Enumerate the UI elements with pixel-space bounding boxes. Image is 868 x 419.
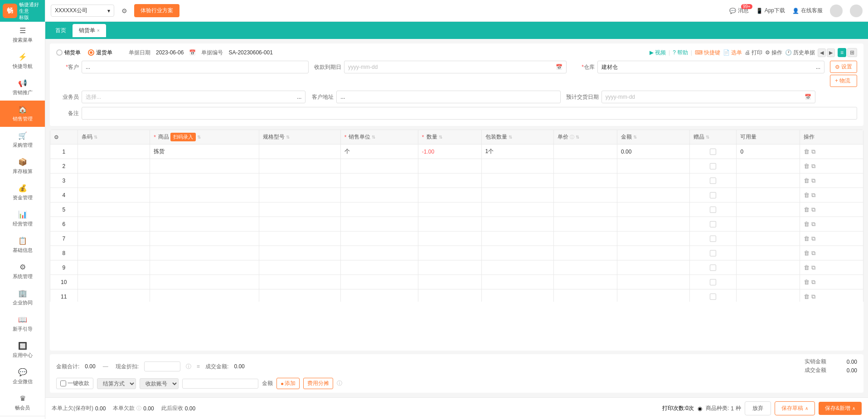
row-barcode-1[interactable]	[78, 144, 150, 159]
delete-icon[interactable]: 🗑	[804, 206, 810, 213]
sidebar-item-guide[interactable]: 📖 新手引导	[0, 311, 45, 337]
th-settings[interactable]: ⚙	[50, 130, 78, 144]
fee-split-btn[interactable]: 费用分摊	[303, 378, 333, 389]
online-support-btn[interactable]: 👤 在线客服	[792, 7, 823, 14]
row-qty-1[interactable]: -1.00	[418, 144, 481, 159]
sidebar-item-inventory[interactable]: 📦 库存核算	[0, 153, 45, 179]
history-btn[interactable]: 🕐 历史单据	[785, 49, 815, 57]
company-selector[interactable]: XXXXXX公司 ▾	[51, 5, 114, 17]
trial-button[interactable]: 体验行业方案	[134, 4, 179, 17]
sidebar-item-member[interactable]: ♛ 畅会员	[0, 390, 45, 416]
sidebar-settings-btn[interactable]: ⚙ 设置	[0, 416, 45, 419]
copy-icon[interactable]: ⧉	[811, 221, 815, 228]
remark-input[interactable]	[82, 107, 857, 120]
customer-addr-input[interactable]: ...	[336, 91, 560, 103]
sidebar-item-app-center[interactable]: 🔲 应用中心	[0, 337, 45, 363]
amount-field[interactable]	[182, 379, 258, 389]
one-click-payment-btn[interactable]: 一键收款	[56, 378, 93, 389]
discount-help-icon[interactable]: ⓘ	[186, 363, 191, 371]
settings-btn[interactable]: ⚙ 设置	[830, 61, 857, 73]
copy-icon[interactable]: ⧉	[811, 177, 815, 184]
delete-icon-1[interactable]: 🗑	[804, 148, 810, 155]
warehouse-input[interactable]: 建材仓 ...	[597, 61, 824, 73]
th-goods[interactable]: *商品 扫码录入 ⇅	[150, 130, 259, 144]
th-barcode[interactable]: 条码⇅	[78, 130, 150, 144]
sidebar-item-system[interactable]: ⚙ 系统管理	[0, 258, 45, 284]
th-unit[interactable]: *销售单位⇅	[340, 130, 418, 144]
delete-icon[interactable]: 🗑	[804, 235, 810, 242]
row-pack-1[interactable]: 1个	[481, 144, 554, 159]
copy-icon[interactable]: ⧉	[811, 235, 815, 242]
delete-icon[interactable]: 🗑	[804, 221, 810, 228]
copy-icon[interactable]: ⧉	[811, 250, 815, 257]
discount-input[interactable]	[144, 361, 180, 371]
delivery-date-calendar-icon[interactable]: 📅	[805, 94, 811, 100]
sidebar-item-search[interactable]: ☰ 搜索菜单	[0, 22, 45, 48]
row-price-1[interactable]	[554, 144, 617, 159]
payment-method-select[interactable]: 结算方式	[97, 378, 136, 389]
select-btn[interactable]: 📄 选单	[723, 49, 742, 57]
topbar-gear-btn[interactable]: ⚙	[118, 5, 131, 17]
sidebar-item-finance[interactable]: 💰 资金管理	[0, 179, 45, 206]
delete-icon[interactable]: 🗑	[804, 264, 810, 271]
delete-icon[interactable]: 🗑	[804, 279, 810, 286]
row-spec-1[interactable]	[259, 144, 341, 159]
logistics-btn[interactable]: + 物流	[830, 75, 857, 87]
row-goods-1[interactable]: 拣货	[150, 144, 259, 159]
copy-icon[interactable]: ⧉	[811, 264, 815, 271]
tab-home[interactable]: 首页	[49, 24, 73, 37]
row-unit-1[interactable]: 个	[340, 144, 418, 159]
sidebar-item-enterprise[interactable]: 🏢 企业协同	[0, 284, 45, 311]
print-btn[interactable]: 🖨 打印	[745, 49, 762, 57]
next-btn[interactable]: ▶	[827, 48, 835, 57]
app-download-btn[interactable]: 📱 App下载	[756, 7, 785, 14]
save-new-btn[interactable]: 保存&新增 ∧	[819, 402, 862, 415]
user-avatar[interactable]	[830, 5, 843, 17]
save-draft-btn[interactable]: 保存草稿 ∧	[775, 401, 815, 415]
view-list-btn[interactable]: ≡	[838, 48, 846, 57]
account-select[interactable]: 收款账号	[140, 378, 179, 389]
delete-icon[interactable]: 🗑	[804, 293, 810, 300]
customer-input[interactable]: ...	[82, 61, 309, 73]
sidebar-item-enterprise-wechat[interactable]: 💬 企业微信	[0, 363, 45, 390]
copy-icon[interactable]: ⧉	[811, 192, 815, 199]
row-gift-1[interactable]	[689, 144, 737, 159]
th-spec[interactable]: 规格型号⇅	[259, 130, 341, 144]
delete-icon[interactable]: 🗑	[804, 177, 810, 184]
view-grid-btn[interactable]: ⊞	[847, 48, 857, 57]
prev-btn[interactable]: ◀	[818, 48, 826, 57]
scan-btn[interactable]: 扫码录入	[170, 133, 196, 141]
message-btn[interactable]: 💬 消息 99+	[729, 7, 749, 14]
operation-btn[interactable]: ⚙ 操作	[765, 49, 782, 57]
sidebar-item-marketing[interactable]: 📢 营销推广	[0, 74, 45, 101]
delete-icon[interactable]: 🗑	[804, 192, 810, 199]
delivery-date-input[interactable]: yyyy-mm-dd 📅	[601, 91, 815, 103]
copy-icon[interactable]: ⧉	[811, 163, 815, 170]
sidebar-item-quick-nav[interactable]: ⚡ 快捷导航	[0, 48, 45, 74]
copy-icon[interactable]: ⧉	[811, 279, 815, 286]
one-click-checkbox[interactable]	[60, 380, 66, 386]
shortcut-btn[interactable]: ⌨ 快捷键	[695, 49, 720, 57]
sidebar-item-operation[interactable]: 📊 经营管理	[0, 206, 45, 232]
th-price[interactable]: 单价ⓘ⇅	[554, 130, 617, 144]
help-btn[interactable]: ? 帮助	[673, 49, 688, 57]
sidebar-item-purchase[interactable]: 🛒 采购管理	[0, 127, 45, 153]
delete-icon[interactable]: 🗑	[804, 250, 810, 257]
th-gift[interactable]: 赠品⇅	[689, 130, 737, 144]
copy-icon[interactable]: ⧉	[811, 206, 815, 213]
delete-icon[interactable]: 🗑	[804, 163, 810, 170]
user-avatar-2[interactable]	[850, 5, 863, 17]
th-amount[interactable]: 金额⇅	[617, 130, 689, 144]
row-amount-1[interactable]: 0.00	[617, 144, 689, 159]
date-calendar-icon[interactable]: 📅	[189, 49, 196, 56]
due-date-input[interactable]: yyyy-mm-dd 📅	[344, 61, 567, 73]
radio-sales-order[interactable]: 销货单	[56, 49, 81, 57]
doc-debt-info[interactable]: ⓘ	[136, 405, 141, 412]
copy-icon-1[interactable]: ⧉	[811, 148, 815, 155]
video-btn[interactable]: ▶ 视频	[650, 49, 666, 57]
sidebar-item-sales[interactable]: 🏠 销售管理	[0, 101, 45, 127]
th-qty[interactable]: *数量⇅	[418, 130, 481, 144]
tab-close-icon[interactable]: ×	[97, 28, 100, 33]
copy-icon[interactable]: ⧉	[811, 293, 815, 300]
fee-help-icon[interactable]: ⓘ	[337, 380, 342, 387]
